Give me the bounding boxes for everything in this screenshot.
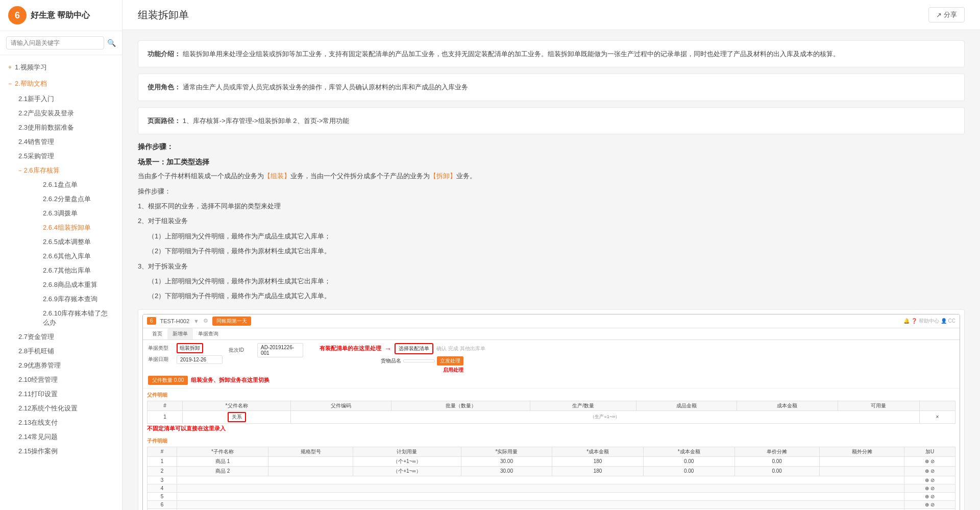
sim-td2-spec2 xyxy=(268,466,353,476)
sidebar-sub-sales[interactable]: 2.4销售管理 xyxy=(0,135,122,149)
sidebar-sub-cases[interactable]: 2.15操作案例 xyxy=(0,444,122,458)
sim-table2-header: 子件明细 xyxy=(147,436,955,446)
sim-annotation3-text: 启用处理 xyxy=(443,367,463,373)
sidebar-sub-faq[interactable]: 2.14常见问题 xyxy=(0,430,122,444)
sim-orange-section-btn[interactable]: 父件数量 0.00 xyxy=(148,376,188,385)
sim-td2-extra1 xyxy=(819,456,904,466)
sidebar-sub-stock-error[interactable]: 2.6.10库存账本错了怎么办 xyxy=(24,306,122,330)
sidebar-sub-mobile[interactable]: 2.8手机旺铺 xyxy=(0,344,122,358)
sim-td2-act3[interactable]: ⊕ ⊘ xyxy=(904,476,955,484)
sidebar-sub-adjust[interactable]: 2.6.3调拨单 xyxy=(24,206,122,221)
sidebar-sub-install[interactable]: 2.2产品安装及登录 xyxy=(0,106,122,120)
sim-nav-home[interactable]: 首页 xyxy=(147,328,167,339)
sim-td2-empty6 xyxy=(177,500,904,508)
sim-annotation1-text: 有装配清单的在这里处理 xyxy=(320,345,381,352)
ops-steps-label: 操作步骤： xyxy=(138,185,965,197)
table-row: 5 ⊕ ⊘ xyxy=(148,492,955,500)
step2-sub1: （1）上部明细为父件明细，最终作为产成品生成其它入库单； xyxy=(138,230,965,242)
sim-td2-act5[interactable]: ⊕ ⊘ xyxy=(904,492,955,500)
sim-search-input[interactable] xyxy=(403,359,435,362)
sim-search-btn[interactable]: 立发处理 xyxy=(437,356,463,366)
sim-arrow-icon1: → xyxy=(384,345,391,353)
sim-highlighted-cell: 关系 xyxy=(228,412,246,422)
sim-td-num: 1 xyxy=(148,410,183,423)
sim-td2-act4[interactable]: ⊕ ⊘ xyxy=(904,484,955,492)
search-icon[interactable]: 🔍 xyxy=(107,39,116,47)
sim-td2-c1b: 0.00 xyxy=(643,456,734,466)
table-row: 2 商品 2 （个+1~∞） 30.00 180 0.00 0.00 ⊕ ⊘ xyxy=(148,466,955,476)
sim-dropdown-icon: ▼ xyxy=(193,318,199,324)
sidebar-sub-other-out[interactable]: 2.6.7其他出库单 xyxy=(24,263,122,278)
sidebar-sub-online-pay[interactable]: 2.13在线支付 xyxy=(0,416,122,430)
sim-form-area: 单据类型 组装拆卸 单据日期 2019-12-26 批次ID AD- xyxy=(143,340,960,388)
sim-annotation1-btn[interactable]: 选择装配清单 xyxy=(395,343,433,354)
sidebar-sub-goods-cost[interactable]: 2.6.8商品成本重算 xyxy=(24,278,122,292)
sim-label-batchid: 批次ID xyxy=(229,347,254,354)
sim-th-cost-amount: 成本金额 xyxy=(737,401,838,410)
sidebar-sub-finance[interactable]: 2.7资金管理 xyxy=(0,330,122,344)
search-input[interactable] xyxy=(6,36,104,50)
sim-td2-extra2 xyxy=(819,466,904,476)
sim-value-type: 组装拆卸 xyxy=(177,343,203,353)
sim-nav-assembly[interactable]: 新增单 xyxy=(167,328,193,339)
header-bar: 组装拆卸单 ↗ 分享 xyxy=(122,0,980,30)
sim-td2-5: 5 xyxy=(148,492,177,500)
sim-screen: 6 TEST-H002 ▼ ⚙ 同账期第一天 🔔 ❓ 帮助中心 👤 CC 首页 … xyxy=(142,314,960,510)
sim-td2-act1[interactable]: ⊕ ⊘ xyxy=(904,456,955,466)
sim-td2-act6[interactable]: ⊕ ⊘ xyxy=(904,500,955,508)
sidebar-sub-purchase[interactable]: 2.5采购管理 xyxy=(0,149,122,163)
sidebar-sub-other-in[interactable]: 2.6.6其他入库单 xyxy=(24,249,122,263)
sidebar-sub-assembly[interactable]: 2.6.4组装拆卸单 xyxy=(24,221,122,235)
sim-td-delete[interactable]: × xyxy=(919,410,955,423)
sim-value-date: 2019-12-26 xyxy=(177,355,223,364)
step1: 1、根据不同的业务，选择不同单据的类型来处理 xyxy=(138,200,965,212)
sim-td2-actual1: 30.00 xyxy=(461,456,552,466)
share-button[interactable]: ↗ 分享 xyxy=(928,7,965,22)
sidebar-item-video[interactable]: + 1.视频学习 xyxy=(0,59,122,76)
sim-period-btn[interactable]: 同账期第一天 xyxy=(212,317,251,326)
sim-label-type: 单据类型 xyxy=(148,345,174,352)
sim-td2-act2[interactable]: ⊕ ⊘ xyxy=(904,466,955,476)
sim-th-parent-code: 父件编码 xyxy=(291,401,391,410)
sidebar-sub-partial-stocktake[interactable]: 2.6.2分量盘点单 xyxy=(24,192,122,206)
expand-icon: + xyxy=(8,64,12,71)
sim-nav-tabs: 首页 新增单 单据查询 xyxy=(143,328,960,340)
sim-td2-4: 4 xyxy=(148,484,177,492)
sim-value-batchid: AD-20191226-001 xyxy=(257,343,303,357)
sidebar-item-help-docs[interactable]: − 2.帮助文档 xyxy=(0,76,122,92)
collapse-icon: − xyxy=(8,80,12,87)
sidebar-sub-newcomer[interactable]: 2.1新手入门 xyxy=(0,92,122,106)
sim-td2-empty3 xyxy=(177,476,904,484)
table-row: 4 ⊕ ⊘ xyxy=(148,484,955,492)
sidebar-sub-print[interactable]: 2.11打印设置 xyxy=(0,387,122,401)
sim-td2-unit2: 0.00 xyxy=(734,466,819,476)
sidebar-sub-cost-adjust[interactable]: 2.6.5成本调整单 xyxy=(24,235,122,249)
sim-td2-empty4 xyxy=(177,484,904,492)
main-content: 组装拆卸单 ↗ 分享 功能介绍： 组装拆卸单用来处理企业组装或拆卸等加工业务，支… xyxy=(122,0,980,510)
sidebar-sub-ops[interactable]: 2.10经营管理 xyxy=(0,373,122,387)
sidebar: 6 好生意 帮助中心 🔍 + 1.视频学习 − 2.帮助文档 2.1新手入门 2… xyxy=(0,0,122,510)
sidebar-sub-data-prep[interactable]: 2.3使用前数据准备 xyxy=(0,120,122,135)
sim-table2-area: 子件明细 # *子件名称 规格型号 计划用量 *实际用量 *成本金额 *成本金额 xyxy=(143,434,960,510)
step2-sub2: （2）下部明细为子件明细，最终作为原材料生成其它出库单。 xyxy=(138,245,965,257)
sidebar-sub-customize[interactable]: 2.12系统个性化设置 xyxy=(0,401,122,416)
ops-section-title: 操作步骤： xyxy=(138,142,965,152)
sim-annotation2-row: 父件数量 0.00 组装业务、拆卸业务在这里切换 xyxy=(148,376,954,385)
sim-th2-child-name: *子件名称 xyxy=(177,447,268,456)
sidebar-sub-stocktake[interactable]: 2.6.1盘点单 xyxy=(24,178,122,192)
sim-topbar: 6 TEST-H002 ▼ ⚙ 同账期第一天 🔔 ❓ 帮助中心 👤 CC xyxy=(143,314,960,328)
sim-th2-cost2: *成本金额 xyxy=(643,447,734,456)
scenario1-desc: 当由多个子件材料组装成一个成品的业务为【组装】业务，当由一个父件拆分成多个子产品… xyxy=(138,170,965,182)
sidebar-sub-coupon[interactable]: 2.9优惠券管理 xyxy=(0,358,122,373)
role-text: 使用角色： 通常由生产人员或库管人员完成拆装业务的操作，库管人员确认原材料的出库… xyxy=(148,81,955,93)
path-text: 页面路径： 1、库存核算->库存管理->组装拆卸单 2、首页->常用功能 xyxy=(148,115,955,127)
sim-td2-empty5 xyxy=(177,492,904,500)
sim-td2-c2b: 0.00 xyxy=(643,466,734,476)
sim-td2-2: 2 xyxy=(148,466,177,476)
sim-table1: # *父件名称 父件编码 批量（数量） 生产/数量 成品金额 成本金额 可用量 xyxy=(147,401,955,424)
sim-th2-cost1: *成本金额 xyxy=(552,447,644,456)
sim-td-auto: （生产=1~∞） xyxy=(291,410,920,423)
sidebar-sub-stock-query[interactable]: 2.6.9库存账本查询 xyxy=(24,292,122,306)
sidebar-sub-inventory[interactable]: − 2.6库存核算 xyxy=(0,163,122,178)
sim-nav-list[interactable]: 单据查询 xyxy=(193,328,224,339)
